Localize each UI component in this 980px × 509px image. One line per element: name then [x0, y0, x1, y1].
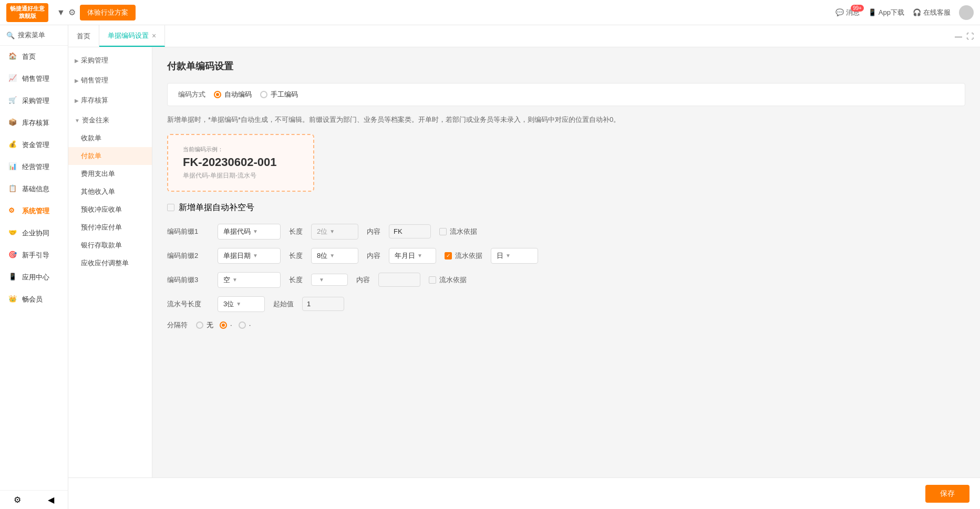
sidebar-item-purchase[interactable]: 🛒 采购管理	[0, 90, 68, 112]
prefix1-label: 编码前缀1	[167, 227, 209, 236]
trial-button[interactable]: 体验行业方案	[80, 5, 136, 20]
expand-icon[interactable]: ▼	[57, 8, 65, 17]
preview-desc: 单据代码-单据日期-流水号	[183, 171, 298, 180]
submenu-item-receipt[interactable]: 收款单	[68, 129, 152, 147]
online-service-button[interactable]: 🎧 在线客服	[913, 8, 951, 17]
topbar-left: 畅捷通好生意 旗舰版 ▼ ⚙ 体验行业方案	[6, 3, 835, 22]
chevron-down-icon: ▼	[75, 118, 80, 123]
content3-input[interactable]	[378, 273, 420, 287]
prefix1-chevron: ▼	[253, 228, 258, 234]
prefix3-select[interactable]: 空 ▼	[218, 272, 281, 288]
topbar: 畅捷通好生意 旗舰版 ▼ ⚙ 体验行业方案 💬 消息 99+ 📱 App下载 🎧…	[0, 0, 980, 25]
serial-start-input[interactable]	[302, 297, 344, 311]
sidebar-item-sales[interactable]: 📈 销售管理	[0, 68, 68, 90]
serial-row: 流水号长度 3位 ▼ 起始值	[167, 296, 965, 312]
topbar-gear-icon[interactable]: ⚙	[68, 7, 76, 17]
operation-icon: 📊	[8, 162, 18, 172]
submenu-item-payment[interactable]: 付款单	[68, 147, 152, 165]
save-button[interactable]: 保存	[925, 485, 969, 503]
flow1-checkbox[interactable]: 流水依据	[439, 227, 477, 236]
tab-encoding-settings[interactable]: 单据编码设置 ×	[99, 25, 165, 47]
submenu-group-inventory-title[interactable]: ▶ 库存核算	[68, 91, 152, 109]
partner-icon: 🤝	[8, 228, 18, 238]
flow3-box	[429, 276, 436, 284]
submenu-group-purchase: ▶ 采购管理	[68, 51, 152, 69]
flow3-checkbox[interactable]: 流水依据	[429, 275, 467, 285]
prefix1-select[interactable]: 单据代码 ▼	[218, 224, 281, 240]
sep-none-radio[interactable]: 无	[196, 320, 213, 330]
content2-select[interactable]: 年月日 ▼	[389, 248, 436, 264]
avatar[interactable]	[959, 5, 974, 20]
serial-length-chevron: ▼	[236, 301, 241, 307]
tab-close-icon[interactable]: ×	[152, 32, 156, 40]
sidebar-bottom: ⚙ ◀	[0, 490, 68, 509]
config-row-2: 编码前缀2 单据日期 ▼ 长度 8位 ▼ 内容 年月日 ▼	[167, 248, 965, 264]
chevron-right-icon2: ▶	[75, 78, 79, 84]
sidebar-item-partner[interactable]: 🤝 企业协同	[0, 222, 68, 244]
encoding-label: 编码方式	[178, 90, 205, 99]
submenu-item-bank[interactable]: 银行存取款单	[68, 236, 152, 254]
serial-length-select[interactable]: 3位 ▼	[218, 296, 265, 312]
preview-current-label: 当前编码示例：	[183, 146, 298, 153]
sep-dot1-radio[interactable]: ·	[220, 321, 232, 329]
prefix2-chevron: ▼	[253, 253, 258, 258]
sidebar-item-home[interactable]: 🏠 首页	[0, 46, 68, 68]
flow2-checkbox[interactable]: 流水依据	[445, 251, 482, 261]
message-badge: 99+	[851, 5, 864, 12]
separator-label: 分隔符	[167, 320, 188, 330]
length1-chevron: ▼	[329, 228, 335, 234]
sidebar-settings-icon[interactable]: ⚙	[14, 495, 21, 505]
serial-start-label: 起始值	[273, 299, 294, 309]
autofill-row: 新增单据自动补空号	[167, 202, 965, 213]
sidebar-search[interactable]: 🔍 搜索菜单	[0, 25, 68, 46]
tab-maximize-icon[interactable]: ⛶	[966, 32, 974, 40]
sidebar-collapse-icon[interactable]: ◀	[48, 495, 54, 505]
sep-dot2-dot	[239, 321, 246, 329]
length3-label: 长度	[289, 275, 303, 285]
sidebar-item-system[interactable]: ⚙ 系统管理	[0, 200, 68, 222]
prefix3-chevron: ▼	[232, 277, 238, 283]
submenu-group-finance-title[interactable]: ▼ 资金往来	[68, 111, 152, 129]
sidebar-item-finance[interactable]: 💰 资金管理	[0, 134, 68, 156]
topbar-search-area: ▼ ⚙	[57, 7, 76, 17]
message-icon: 💬	[835, 8, 844, 16]
prefix2-select[interactable]: 单据日期 ▼	[218, 248, 281, 264]
sep-none-dot	[196, 321, 203, 329]
sep-dot2-radio[interactable]: ·	[239, 321, 251, 329]
content1-label: 内容	[367, 227, 380, 236]
inventory-icon: 📦	[8, 118, 18, 128]
length2-select[interactable]: 8位 ▼	[311, 248, 358, 264]
right-panel: 付款单编码设置 编码方式 自动编码 手工编码	[152, 47, 980, 477]
sidebar-item-operation[interactable]: 📊 经营管理	[0, 156, 68, 178]
sidebar-item-basic[interactable]: 📋 基础信息	[0, 178, 68, 200]
app-download-button[interactable]: 📱 App下载	[868, 8, 904, 17]
config-row-1: 编码前缀1 单据代码 ▼ 长度 2位 ▼ 内容 流水依据	[167, 224, 965, 240]
tab-home[interactable]: 首页	[68, 25, 99, 47]
content-area: 首页 单据编码设置 × — ⛶ ▶ 采购管理	[68, 25, 980, 509]
submenu-group-purchase-title[interactable]: ▶ 采购管理	[68, 51, 152, 69]
content2-chevron: ▼	[417, 253, 422, 258]
length2-label: 长度	[289, 251, 303, 261]
autofill-checkbox[interactable]	[167, 204, 174, 211]
message-button[interactable]: 💬 消息 99+	[835, 8, 860, 17]
submenu-group-sales-title[interactable]: ▶ 销售管理	[68, 71, 152, 89]
sidebar-item-inventory[interactable]: 📦 库存核算	[0, 112, 68, 134]
sidebar-item-guide[interactable]: 🎯 新手引导	[0, 244, 68, 266]
manual-encoding-radio[interactable]: 手工编码	[260, 90, 298, 99]
info-text: 新增单据时，*单据编码*自动生成，不可编辑。前缀设置为部门、业务员等档案类。开单…	[167, 115, 965, 126]
content1-input[interactable]	[389, 224, 431, 238]
member-icon: 👑	[8, 295, 18, 304]
submenu-item-expense[interactable]: 费用支出单	[68, 165, 152, 183]
manual-encoding-dot	[260, 91, 267, 98]
tab-minimize-icon[interactable]: —	[955, 32, 962, 40]
prefix2-label: 编码前缀2	[167, 251, 209, 261]
submenu-item-prepay-ar[interactable]: 预收冲应收单	[68, 201, 152, 219]
sidebar-item-member[interactable]: 👑 畅会员	[0, 288, 68, 310]
submenu-item-other-income[interactable]: 其他收入单	[68, 183, 152, 201]
submenu-item-ar-ap-adj[interactable]: 应收应付调整单	[68, 254, 152, 272]
length3-select[interactable]: ▼	[311, 274, 348, 286]
flow2-period-select[interactable]: 日 ▼	[491, 248, 538, 264]
sidebar-item-app[interactable]: 📱 应用中心	[0, 266, 68, 288]
submenu-item-prepay-ap[interactable]: 预付冲应付单	[68, 219, 152, 236]
auto-encoding-radio[interactable]: 自动编码	[214, 90, 252, 99]
